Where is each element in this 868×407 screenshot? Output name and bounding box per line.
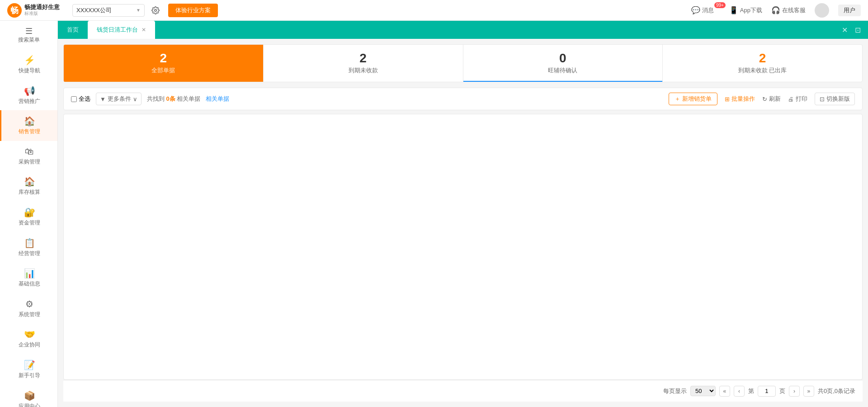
- sidebar-item-finance[interactable]: 🔐 资金管理: [0, 201, 57, 232]
- sidebar-item-label: 库存核算: [19, 189, 40, 196]
- sidebar-item-label: 新手引导: [19, 372, 40, 379]
- refresh-label: 刷新: [769, 95, 781, 103]
- refresh-icon: ↻: [762, 96, 767, 103]
- search-icon: ☰: [25, 26, 33, 36]
- found-prefix: 共找到: [147, 95, 165, 102]
- sidebar-item-label: 营销推广: [19, 98, 40, 105]
- select-all-label: 全选: [79, 95, 90, 103]
- add-order-button[interactable]: ＋ 新增销货单: [669, 93, 717, 105]
- wangwang-label: 旺辅待确认: [472, 66, 654, 75]
- page-suffix: 页: [779, 387, 785, 395]
- wangwang-underline: [463, 81, 663, 82]
- settings-button[interactable]: [148, 3, 163, 18]
- tab-close-button[interactable]: ✕: [838, 24, 851, 36]
- page-next-button[interactable]: ›: [789, 386, 800, 397]
- company-name: XXXXXX公司: [76, 6, 132, 14]
- sidebar-item-marketing[interactable]: 📢 营销推广: [0, 80, 57, 111]
- sidebar-item-quick-nav[interactable]: ⚡ 快捷导航: [0, 49, 57, 80]
- page-label: 第: [748, 387, 754, 395]
- summary-card-overdue[interactable]: 2 到期未收款: [264, 45, 463, 82]
- content-area: 首页 钱货日清工作台 ✕ ✕ ⊡ 2 全部单据 2: [58, 21, 868, 407]
- sidebar-search[interactable]: ☰ 搜索菜单: [0, 21, 57, 49]
- switch-icon: ⊡: [820, 96, 825, 103]
- pagination-bar: 每页显示 50 100 200 « ‹ 第 页 › » 共0页,0条记录: [63, 380, 863, 402]
- shipped-count: 2: [672, 52, 853, 65]
- guide-icon: 📝: [24, 360, 35, 370]
- select-all-input[interactable]: [71, 96, 77, 102]
- page-size-label: 每页显示: [663, 387, 687, 395]
- related-link[interactable]: 相关单据: [206, 95, 229, 103]
- all-count: 2: [73, 52, 254, 65]
- tab-bar: 首页 钱货日清工作台 ✕ ✕ ⊡: [58, 21, 868, 39]
- page-size-select[interactable]: 50 100 200: [690, 386, 716, 396]
- toolbar-right: ＋ 新增销货单 ⊞ 批量操作 ↻ 刷新 🖨 打印: [669, 93, 855, 105]
- tab-workbench-label: 钱货日清工作台: [97, 26, 138, 34]
- app-download-button[interactable]: 📱 App下载: [729, 6, 762, 14]
- found-info: 共找到 0条 相关单据: [147, 95, 200, 103]
- refresh-button[interactable]: ↻ 刷新: [762, 95, 781, 103]
- online-service-button[interactable]: 🎧 在线客服: [771, 6, 806, 14]
- page-input[interactable]: [758, 386, 776, 397]
- sidebar-item-label: 快捷导航: [19, 67, 40, 75]
- all-label: 全部单据: [73, 66, 254, 75]
- summary-card-wangwang[interactable]: 0 旺辅待确认: [463, 45, 663, 82]
- message-icon: 💬: [691, 6, 700, 14]
- logo-text: 畅捷通好生意 标准版: [24, 4, 60, 17]
- sidebar-item-purchase[interactable]: 🛍 采购管理: [0, 141, 57, 171]
- sidebar-item-app-center[interactable]: 📦 应用中心: [0, 385, 57, 407]
- online-service-label: 在线客服: [782, 6, 806, 14]
- download-icon: 📱: [729, 6, 738, 14]
- summary-card-shipped[interactable]: 2 到期未收款 已出库: [663, 45, 862, 82]
- sidebar-item-label: 企业协同: [19, 342, 40, 349]
- sidebar-item-sales[interactable]: 🏠 销售管理: [0, 110, 57, 141]
- sidebar-item-label: 采购管理: [19, 159, 40, 166]
- batch-icon: ⊞: [725, 96, 730, 103]
- print-button[interactable]: 🖨 打印: [788, 95, 807, 103]
- page-first-button[interactable]: «: [719, 386, 730, 397]
- company-selector[interactable]: XXXXXX公司 ▼: [72, 4, 145, 17]
- operations-icon: 📋: [24, 238, 35, 248]
- sidebar-item-cooperation[interactable]: 🤝 企业协同: [0, 323, 57, 354]
- sidebar-item-label: 经营管理: [19, 250, 40, 257]
- experience-button[interactable]: 体验行业方案: [168, 4, 218, 17]
- tab-workbench[interactable]: 钱货日清工作台 ✕: [88, 21, 155, 39]
- sidebar-item-basic-info[interactable]: 📊 基础信息: [0, 262, 57, 293]
- tab-expand-button[interactable]: ⊡: [851, 24, 864, 36]
- batch-operation-button[interactable]: ⊞ 批量操作: [725, 95, 755, 103]
- sidebar-item-label: 基础信息: [19, 281, 40, 288]
- page-prev-button[interactable]: ‹: [734, 386, 745, 397]
- summary-cards: 2 全部单据 2 到期未收款 0 旺辅待确认 2 到期未收款 已出库: [63, 44, 863, 82]
- tab-close-icon[interactable]: ✕: [142, 27, 146, 33]
- batch-label: 批量操作: [731, 95, 755, 103]
- sidebar-item-system[interactable]: ⚙ 系统管理: [0, 293, 57, 324]
- add-icon: ＋: [675, 95, 680, 103]
- sidebar-item-inventory[interactable]: 🏠 库存核算: [0, 171, 57, 201]
- basic-info-icon: 📊: [24, 268, 35, 279]
- tab-home[interactable]: 首页: [58, 21, 88, 39]
- sidebar: ☰ 搜索菜单 ⚡ 快捷导航 📢 营销推广 🏠 销售管理 🛍 采购管理 🏠 库存核…: [0, 21, 58, 407]
- print-icon: 🖨: [788, 96, 794, 103]
- select-all-checkbox[interactable]: 全选: [71, 95, 90, 103]
- svg-point-0: [155, 9, 157, 11]
- app-center-icon: 📦: [24, 390, 35, 401]
- system-icon: ⚙: [25, 299, 33, 309]
- top-header: 畅 畅捷通好生意 标准版 XXXXXX公司 ▼ 体验行业方案 💬 消息 99+ …: [0, 0, 868, 21]
- cooperation-icon: 🤝: [24, 329, 35, 340]
- sidebar-item-guide[interactable]: 📝 新手引导: [0, 354, 57, 385]
- sidebar-item-operations[interactable]: 📋 经营管理: [0, 232, 57, 263]
- user-avatar[interactable]: [815, 3, 829, 18]
- switch-version-button[interactable]: ⊡ 切换新版: [815, 93, 855, 105]
- message-button[interactable]: 💬 消息 99+: [691, 6, 720, 14]
- all-underline: [64, 81, 263, 82]
- sidebar-item-label: 资金管理: [19, 220, 40, 227]
- shipped-label: 到期未收款 已出库: [672, 66, 853, 75]
- search-label: 搜索菜单: [18, 36, 40, 44]
- page-content: 2 全部单据 2 到期未收款 0 旺辅待确认 2 到期未收款 已出库: [58, 39, 868, 407]
- summary-card-all[interactable]: 2 全部单据: [64, 45, 264, 82]
- page-last-button[interactable]: »: [803, 386, 814, 397]
- found-suffix: 相关单据: [177, 95, 200, 102]
- service-icon: 🎧: [771, 6, 780, 14]
- filter-button[interactable]: ▼ 更多条件 ∨: [96, 93, 142, 105]
- user-name-display[interactable]: 用户: [838, 5, 861, 16]
- header-right: 💬 消息 99+ 📱 App下载 🎧 在线客服 用户: [691, 3, 861, 18]
